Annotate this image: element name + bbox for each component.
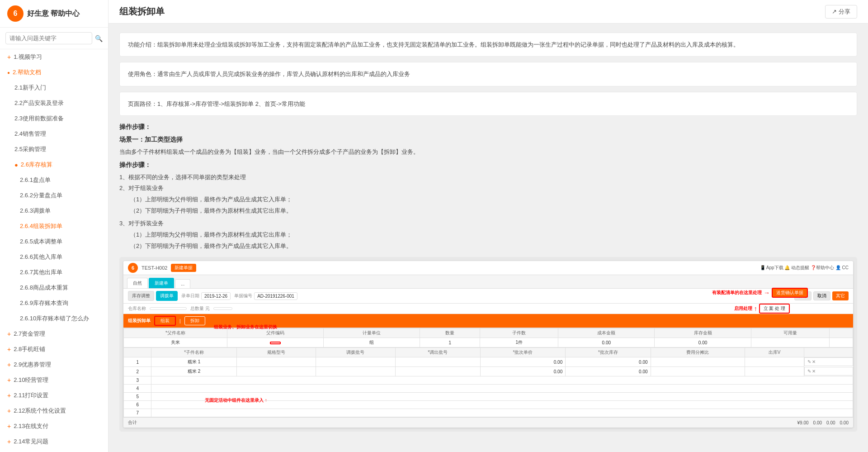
expand-icon: + xyxy=(7,330,11,338)
steps-title: 操作步骤： xyxy=(119,161,857,169)
sidebar-item-2-6-5[interactable]: 2.6.5成本调整单 xyxy=(0,234,108,249)
tab-extra[interactable]: ... xyxy=(175,279,190,288)
sidebar-item-2-6-6[interactable]: 2.6.6其他入库单 xyxy=(0,249,108,265)
confirm-btn[interactable]: 其它 xyxy=(832,291,849,300)
cell-out-batch-1 xyxy=(395,357,480,367)
tab-transfer[interactable]: 调拨单 xyxy=(156,291,178,301)
annotation-infinite-text: 无固定活动中组件在这里录入 xyxy=(205,398,264,403)
screenshot-container: 6 TEST-H002 新建单据 📱 App下载 🔔 动态提醒 ❓帮助中心 👤 … xyxy=(119,257,857,432)
date-value[interactable]: 2019-12-26 xyxy=(201,292,231,300)
th-actions xyxy=(829,328,853,338)
sidebar-item-2-8[interactable]: + 2.8手机旺铺 xyxy=(0,342,108,357)
sidebar-item-2-6-8[interactable]: 2.6.8商品成本重算 xyxy=(0,280,108,295)
expand-icon: + xyxy=(7,423,11,430)
sidebar-item-video[interactable]: + 1.视频学习 xyxy=(0,49,108,65)
edit-icon2[interactable]: ✎ xyxy=(807,369,811,374)
sidebar-item-2-12[interactable]: + 2.12系统个性化设置 xyxy=(0,403,108,419)
operations-title: 操作步骤： xyxy=(119,123,857,131)
sidebar-item-2-1[interactable]: 2.1新手入门 xyxy=(0,80,108,95)
cell-out-batch-2 xyxy=(395,367,480,376)
search-box: 🔍 xyxy=(0,28,108,49)
approve-btn[interactable]: 送货确认单据 xyxy=(772,288,808,298)
docno-value[interactable]: AD-20191226-001 xyxy=(254,292,297,300)
sidebar-label-2-8: 2.8手机旺铺 xyxy=(14,345,45,353)
upper-table-container: *父件名称 父件编码 计量单位 数量 子件数 成本金额 库存金额 可用量 xyxy=(123,328,853,347)
th-qty: 数量 xyxy=(420,328,480,338)
qty-input[interactable] xyxy=(213,307,232,310)
sidebar-label-2-6-2: 2.6.2分量盘点单 xyxy=(20,191,62,200)
th-stock-amount: 库存金额 xyxy=(655,328,751,338)
tab-adjustment[interactable]: 库存调整 xyxy=(128,291,154,301)
sidebar-label-2-14: 2.14常见问题 xyxy=(14,438,48,446)
nav-tree: + 1.视频学习 2.帮助文档 2.1新手入门 2.2产品安装及登录 2.3使用… xyxy=(0,49,108,452)
edit-icon[interactable]: ✎ xyxy=(807,359,811,364)
sidebar-item-2-6-2[interactable]: 2.6.2分量盘点单 xyxy=(0,188,108,203)
share-button[interactable]: ↗ 分享 xyxy=(825,5,857,19)
footer-v3: 0.00 xyxy=(840,420,849,425)
search-input[interactable] xyxy=(5,32,92,44)
sidebar-item-2-3[interactable]: 2.3使用前数据准备 xyxy=(0,111,108,126)
type-switch-separator: | xyxy=(179,319,181,324)
sidebar-item-2-6-7[interactable]: 2.6.7其他出库单 xyxy=(0,265,108,280)
tab-ziliao[interactable]: 自然 xyxy=(127,278,148,288)
sidebar-item-2-6-1[interactable]: 2.6.1盘点单 xyxy=(0,172,108,188)
cell-child-count: 1件 xyxy=(480,338,558,347)
logo-icon: 6 xyxy=(7,5,24,22)
cell-transfer-batch-2 xyxy=(316,367,395,376)
annotation-type: 组装业务、拆卸业务在这里切换 xyxy=(214,324,277,330)
cell-batch-stock-2: 0.00 xyxy=(566,367,651,376)
cell-qty: 1 xyxy=(420,338,480,347)
path-intro-block: 页面路径：1、库存核算->库存管理->组装拆卸单 2、首页->常用功能 xyxy=(119,92,857,116)
sidebar-item-2-7[interactable]: + 2.7资金管理 xyxy=(0,326,108,342)
sidebar-item-2-2[interactable]: 2.2产品安装及登录 xyxy=(0,95,108,111)
sidebar-label-2-9: 2.9优惠券管理 xyxy=(14,361,51,369)
footer-totals: 合计 ¥9.00 0.00 0.00 0.00 xyxy=(123,417,853,428)
sidebar-item-2-9[interactable]: + 2.9优惠券管理 xyxy=(0,357,108,372)
sidebar-item-2-14[interactable]: + 2.14常见问题 xyxy=(0,434,108,449)
cell-spec-1 xyxy=(236,357,316,367)
search-button[interactable]: 🔍 xyxy=(95,35,103,42)
sidebar-label-2-6-4: 2.6.4组装拆卸单 xyxy=(20,222,62,230)
sidebar-label-2-6-9: 2.6.9库存账本查询 xyxy=(20,299,68,307)
type-switch-btn[interactable]: 组装 xyxy=(154,316,176,326)
cell-action xyxy=(829,338,853,347)
tab-new-doc[interactable]: 新建单 xyxy=(149,278,174,288)
docno-label: 单据编号 xyxy=(234,293,252,299)
cell-num6: 6 xyxy=(124,401,151,409)
sidebar-item-2-6[interactable]: ● 2.6库存核算 xyxy=(0,157,108,172)
sidebar-item-2-4[interactable]: 2.4销售管理 xyxy=(0,126,108,142)
new-doc-btn[interactable]: 新建单据 xyxy=(171,264,196,272)
cell-outstock-1 xyxy=(745,357,804,367)
warehouse-input[interactable] xyxy=(150,307,187,310)
sidebar-item-2-10[interactable]: + 2.10经营管理 xyxy=(0,372,108,388)
sidebar-label-2-6-1: 2.6.1盘点单 xyxy=(20,176,51,184)
annotation-top-right: 有装配清单的在这里处理 xyxy=(712,290,762,296)
sidebar-item-2-11[interactable]: + 2.11打印设置 xyxy=(0,388,108,403)
sidebar-item-2-6-4[interactable]: 2.6.4组装拆卸单 xyxy=(0,219,108,234)
code-highlight xyxy=(270,342,281,344)
sidebar-item-2-5[interactable]: 2.5采购管理 xyxy=(0,142,108,157)
sidebar-item-2-13[interactable]: + 2.13在线支付 xyxy=(0,419,108,434)
sidebar-item-docs[interactable]: 2.帮助文档 xyxy=(0,65,108,80)
app-id: TEST-H002 xyxy=(142,265,167,271)
footer-label: 合计 xyxy=(128,419,137,426)
cell-batch-stock-1: 0.00 xyxy=(566,357,651,367)
sidebar-item-2-6-9[interactable]: 2.6.9库存账本查询 xyxy=(0,295,108,311)
sidebar-item-2-6-10[interactable]: 2.6.10库存账本错了怎么办 xyxy=(0,311,108,326)
sidebar-item-2-6-3[interactable]: 2.6.3调拨单 xyxy=(0,203,108,219)
path-intro-text: 页面路径：1、库存核算->库存管理->组装拆卸单 2、首页->常用功能 xyxy=(128,100,305,107)
type-disassemble-btn[interactable]: 拆卸 xyxy=(184,316,205,325)
cell-unit-price-2: 0.00 xyxy=(480,367,565,376)
lower-table-container: *子件名称 规格型号 调拨批号 *调出批号 *批次单价 *批次库存 费用分摊比 … xyxy=(123,347,853,417)
delete-icon[interactable]: ✕ xyxy=(812,359,816,364)
cell-num5: 5 xyxy=(124,393,151,401)
form-docno-field: 单据编号 AD-20191226-001 xyxy=(234,292,297,300)
app-logo-icon: 6 xyxy=(128,263,138,273)
delete-icon2[interactable]: ✕ xyxy=(812,369,816,374)
th-actions2 xyxy=(804,348,853,357)
sidebar-item-2-15[interactable]: + 2.15操作案例 xyxy=(0,449,108,452)
cancel-btn[interactable]: 取消 xyxy=(813,291,830,300)
enable-btn[interactable]: 立 案 处 理 xyxy=(759,304,790,314)
cell-action-2: ✎ ✕ xyxy=(804,367,853,376)
step3-sub1: （1）上部明细为父件明细，最终作为原材料生成其它出库单； xyxy=(119,229,857,241)
